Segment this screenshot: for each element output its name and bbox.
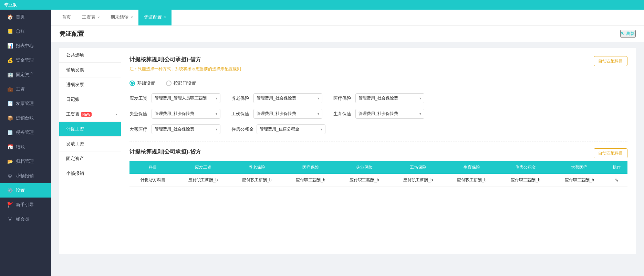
radio-department[interactable]: 按部门设置 [166, 80, 196, 86]
credit-auto-match-button[interactable]: 自动匹配科目 [594, 148, 627, 158]
tab-payroll[interactable]: 工资表× [76, 10, 105, 25]
left-nav-fixed-assets[interactable]: 固定资产 [59, 151, 121, 166]
tab-close-payroll[interactable]: × [97, 15, 100, 19]
sidebar-label-guide: 新手引导 [16, 202, 34, 208]
sidebar-icon-xiaochang: ©️ [7, 173, 13, 179]
tab-home[interactable]: 首页 [56, 10, 76, 25]
sidebar-item-reports[interactable]: 📊报表中心 [0, 39, 51, 53]
field-yingfa: 应发工资 管理费用_管理人员职工薪酬 ▾ [129, 93, 220, 103]
select-value-yingfa: 管理费用_管理人员职工薪酬 [155, 95, 207, 101]
select-arrow-yanglao: ▾ [318, 96, 319, 100]
content-layout: 公共选项销项发票进项发票日记账工资表NEW›计提工资发放工资固定资产小畅报销 计… [59, 48, 636, 254]
sidebar-item-tax[interactable]: 🗒️税务管理 [0, 125, 51, 140]
field-shengyu: 生育保险 管理费用_社会保险费 ▾ [333, 109, 424, 119]
select-yiliao[interactable]: 管理费用_社会保险费 ▾ [355, 93, 424, 103]
select-yingfa[interactable]: 管理费用_管理人员职工薪酬 ▾ [152, 93, 220, 103]
field-label-shengyu: 生育保险 [333, 111, 353, 117]
sidebar-label-funds: 资金管理 [16, 57, 34, 63]
sidebar-item-settings[interactable]: ⚙️设置 [0, 183, 51, 198]
brand-label: 专业版 [4, 2, 17, 8]
select-yanglao[interactable]: 管理费用_社会保险费 ▾ [253, 93, 322, 103]
sidebar-label-invoices: 发票管理 [16, 100, 34, 107]
cell-yiliao: 应付职工薪酬_b [284, 174, 337, 187]
field-label-gongshang: 工伤保险 [231, 111, 251, 117]
left-nav-label-accrual: 计提工资 [66, 126, 84, 131]
left-nav-xiaochang-exp[interactable]: 小畅报销 [59, 166, 121, 181]
sidebar-item-assets[interactable]: 🏢固定资产 [0, 67, 51, 82]
cell-action[interactable]: ✎ [606, 174, 627, 187]
col-header-action: 操作 [606, 161, 627, 174]
sidebar-icon-guide: 🚩 [7, 202, 13, 208]
edit-icon[interactable]: ✎ [615, 178, 619, 183]
sidebar-item-guide[interactable]: 🚩新手引导 [0, 198, 51, 212]
sidebar-item-invoices[interactable]: 🧾发票管理 [0, 96, 51, 111]
left-nav-payroll-table[interactable]: 工资表NEW› [59, 107, 121, 122]
form-row-0: 应发工资 管理费用_管理人员职工薪酬 ▾ 养老保险 管理费用_社会保险费 [129, 93, 627, 103]
sidebar-icon-archive: 📂 [7, 158, 13, 164]
sidebar-item-xiaochang[interactable]: ©️小畅报销 [0, 169, 51, 183]
tab-bar: 首页工资表×期末结转×凭证配置× [51, 10, 644, 25]
select-zhufang[interactable]: 管理费用_住房公积金 ▾ [257, 124, 325, 134]
cell-gongshang: 应付职工薪酬_b [391, 174, 445, 187]
sidebar-item-home[interactable]: 🏠首页 [0, 10, 51, 24]
select-daejiyiliao[interactable]: 管理费用_社会保险费 ▾ [152, 124, 220, 134]
select-arrow-yingfa: ▾ [216, 96, 217, 100]
select-shengyu[interactable]: 管理费用_社会保险费 ▾ [355, 109, 424, 119]
left-nav-public[interactable]: 公共选项 [59, 48, 121, 63]
col-header-shiye: 失业保险 [337, 161, 391, 174]
refresh-button[interactable]: ↻ 刷新 [620, 30, 636, 38]
col-header-gongshang: 工伤保险 [391, 161, 445, 174]
radio-department-label: 按部门设置 [174, 80, 196, 86]
col-header-daeji: 大额医疗 [552, 161, 606, 174]
select-shiye[interactable]: 管理费用_社会保险费 ▾ [152, 109, 220, 119]
cell-yingfa: 应付职工薪酬_b [176, 174, 230, 187]
field-daejiyiliao: 大额医疗 管理费用_社会保险费 ▾ [129, 124, 220, 134]
sidebar-label-reports: 报表中心 [16, 43, 34, 49]
tab-close-period[interactable]: × [131, 15, 133, 19]
col-header-subject: 科目 [129, 161, 176, 174]
sidebar-item-ledger[interactable]: 📒总账 [0, 24, 51, 39]
left-nav-sales-invoice[interactable]: 销项发票 [59, 63, 121, 77]
select-gongshang[interactable]: 管理费用_社会保险费 ▾ [253, 109, 322, 119]
left-nav-label-sales-invoice: 销项发票 [66, 67, 84, 72]
new-badge-payroll-table: NEW [81, 112, 92, 117]
sidebar-item-close[interactable]: 📅结账 [0, 140, 51, 154]
select-arrow-zhufang: ▾ [321, 127, 322, 131]
radio-basic[interactable]: 基础设置 [129, 80, 155, 86]
section-divider [129, 141, 627, 141]
tab-period[interactable]: 期末结转× [105, 10, 138, 25]
sidebar-label-salary: 工资 [16, 86, 25, 92]
sidebar-item-salary[interactable]: 💼工资 [0, 82, 51, 96]
debit-title-group: 计提核算规则(公司承担)-借方 注：只能选择一种方式，系统将按照您当前的选择来配… [129, 56, 241, 77]
table-row: 计提贷方科目 应付职工薪酬_b 应付职工薪酬_b 应付职工薪酬_b 应付职工薪酬… [129, 174, 627, 187]
left-nav-distribution[interactable]: 发放工资 [59, 137, 121, 151]
radio-basic-label: 基础设置 [137, 80, 155, 86]
field-label-zhufang: 住房公积金 [231, 126, 254, 132]
debit-auto-match-button[interactable]: 自动匹配科目 [594, 56, 627, 66]
left-nav-accrual[interactable]: 计提工资 [59, 122, 121, 137]
tab-close-voucher[interactable]: × [164, 15, 166, 19]
left-nav-journal[interactable]: 日记账 [59, 92, 121, 107]
credit-table-body: 计提贷方科目 应付职工薪酬_b 应付职工薪酬_b 应付职工薪酬_b 应付职工薪酬… [129, 174, 627, 187]
left-nav-purchase-invoice[interactable]: 进项发票 [59, 77, 121, 92]
content-area: 公共选项销项发票进项发票日记账工资表NEW›计提工资发放工资固定资产小畅报销 计… [51, 42, 644, 276]
sidebar-label-member: 畅会员 [16, 216, 29, 222]
tab-voucher[interactable]: 凭证配置× [138, 10, 172, 25]
col-header-yingfa: 应发工资 [176, 161, 230, 174]
sidebar-label-settings: 设置 [16, 187, 25, 193]
sidebar-item-member[interactable]: V畅会员 [0, 212, 51, 226]
page-header: 凭证配置 ↻ 刷新 [51, 25, 644, 42]
sidebar-icon-salary: 💼 [7, 86, 13, 92]
debit-form-grid: 应发工资 管理费用_管理人员职工薪酬 ▾ 养老保险 管理费用_社会保险费 [129, 93, 627, 134]
sidebar-icon-tax: 🗒️ [7, 129, 13, 136]
col-header-yanglao: 养老保险 [230, 161, 284, 174]
sidebar-item-archive[interactable]: 📂归档管理 [0, 154, 51, 169]
left-nav-label-xiaochang-exp: 小畅报销 [66, 171, 84, 176]
sidebar-label-assets: 固定资产 [16, 72, 34, 78]
select-value-shiye: 管理费用_社会保险费 [155, 111, 194, 117]
tab-label-payroll: 工资表 [82, 14, 95, 20]
sidebar-item-stock[interactable]: 📦进销台账 [0, 111, 51, 125]
left-nav-label-journal: 日记账 [66, 97, 80, 102]
main-content: 首页工资表×期末结转×凭证配置× 凭证配置 ↻ 刷新 公共选项销项发票进项发票日… [51, 10, 644, 276]
sidebar-item-funds[interactable]: 💰资金管理 [0, 53, 51, 67]
